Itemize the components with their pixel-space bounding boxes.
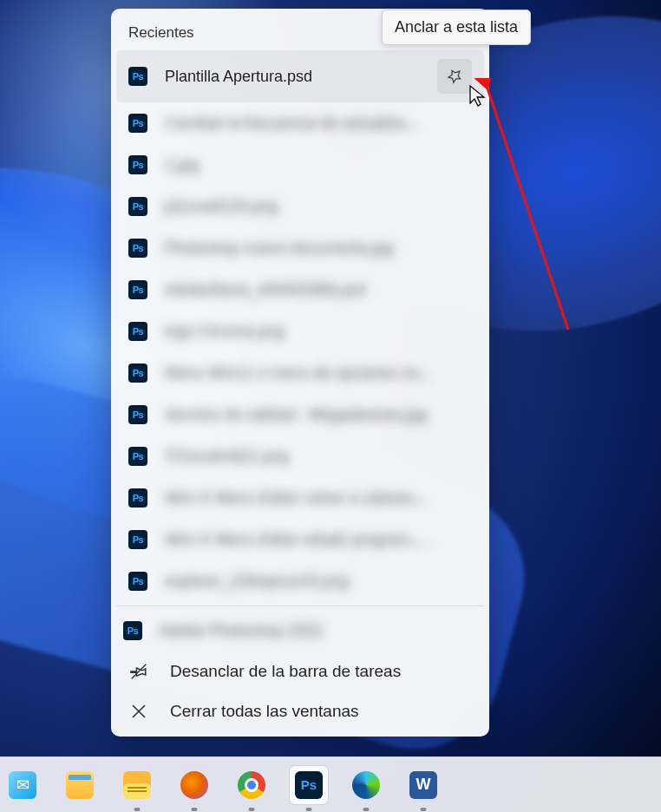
recent-list: PsPlantilla Apertura.psdPsCambiar la fre… [111,50,489,602]
recent-item-label: TOzvudm821.png [165,448,472,466]
pin-icon [446,68,463,85]
close-all-windows[interactable]: Cerrar todas las ventanas [111,691,489,731]
recent-item-label: logo Chrome.png [165,323,472,341]
recent-item[interactable]: PsCambiar la frecuencia de actualiza... [116,102,484,144]
recent-item[interactable]: PsPlantilla Apertura.psd [116,50,484,102]
unpin-label: Desanclar de la barra de tareas [170,662,401,681]
photoshop-icon: Ps [128,572,147,591]
recent-item[interactable]: Pslogo Chrome.png [116,311,484,352]
unpin-icon [128,662,149,681]
recent-item[interactable]: PsTOzvudm821.png [116,435,484,477]
photoshop-icon: Ps [123,621,142,640]
app-name-label: Adobe Photoshop 2022 [160,622,477,640]
jumplist-app-row[interactable]: Ps Adobe Photoshop 2022 [111,610,489,652]
close-icon [128,704,149,719]
photoshop-icon: Ps [128,197,147,216]
pin-button[interactable] [437,59,472,94]
jumplist-menu: Recientes PsPlantilla Apertura.psdPsCamb… [111,9,489,737]
recent-item-label: Cambiar la frecuencia de actualiza... [165,115,472,133]
photoshop-icon: Ps [128,114,147,133]
recent-item[interactable]: PsPhotoshop nuevo documento.jpg [116,227,484,269]
unpin-from-taskbar[interactable]: Desanclar de la barra de tareas [111,652,489,691]
recent-item[interactable]: PsWin+X Menu Editor volver a valores... [116,477,484,519]
photoshop-icon: Ps [128,239,147,258]
recent-item-label: explorer_Z3NoprucH2.png [165,573,472,591]
taskbar-file-explorer[interactable] [61,766,99,804]
notes-icon [123,771,151,799]
close-all-label: Cerrar todas las ventanas [170,702,359,721]
recent-item[interactable]: PsAdobeStock_409403386.psd [116,269,484,311]
taskbar-chrome[interactable] [232,766,271,804]
recent-item-label: Win+X Menu Editor añadir program... . [165,531,472,549]
pin-tooltip: Anclar a esta lista [382,10,531,45]
recent-item[interactable]: PsWin+X Menu Editor añadir program... . [116,519,484,560]
recent-item[interactable]: Ps1.jpg [116,144,484,186]
taskbar-mail[interactable] [3,766,42,804]
recent-item-label: Plantilla Apertura.psd [165,68,420,86]
photoshop-icon: Ps [128,488,147,508]
divider [116,606,484,606]
folder-icon [66,771,94,799]
edge-icon [352,771,380,799]
taskbar-sticky-notes[interactable] [118,766,156,804]
recent-item-label: jd1zvw8120.png [165,198,472,216]
photoshop-icon: Ps [128,280,147,299]
word-icon: W [409,771,437,799]
recent-item-label: Servicio de calidad - Megadevices.jpg [165,406,472,424]
photoshop-icon: Ps [128,447,147,466]
recent-item[interactable]: Psjd1zvw8120.png [116,186,484,227]
recent-item-label: Menu Win11 o menu de opciones us... [165,364,472,383]
desktop: Anclar a esta lista Recientes PsPlantill… [0,0,661,812]
photoshop-icon: Ps [128,155,147,174]
taskbar-firefox[interactable] [175,766,213,804]
recent-item[interactable]: Psexplorer_Z3NoprucH2.png [116,560,484,602]
tooltip-text: Anclar a esta lista [395,18,518,36]
photoshop-icon: Ps [128,67,147,86]
taskbar-word[interactable]: W [404,766,442,804]
photoshop-icon: Ps [128,363,147,383]
taskbar-photoshop[interactable]: Ps [290,766,328,804]
recent-item-label: 1.jpg [165,156,472,174]
photoshop-icon: Ps [128,530,147,549]
recent-item-label: AdobeStock_409403386.psd [165,281,472,299]
taskbar-edge[interactable] [347,766,385,804]
photoshop-icon: Ps [128,322,147,341]
recent-item-label: Win+X Menu Editor volver a valores... [165,489,472,508]
taskbar: Ps W [0,756,661,812]
photoshop-icon: Ps [128,405,147,424]
recent-item-label: Photoshop nuevo documento.jpg [165,239,472,258]
recent-item[interactable]: PsMenu Win11 o menu de opciones us... [116,352,484,394]
chrome-icon [238,771,265,799]
photoshop-icon: Ps [295,771,323,799]
mail-icon [9,771,36,799]
recent-item[interactable]: PsServicio de calidad - Megadevices.jpg [116,394,484,435]
firefox-icon [180,771,208,799]
